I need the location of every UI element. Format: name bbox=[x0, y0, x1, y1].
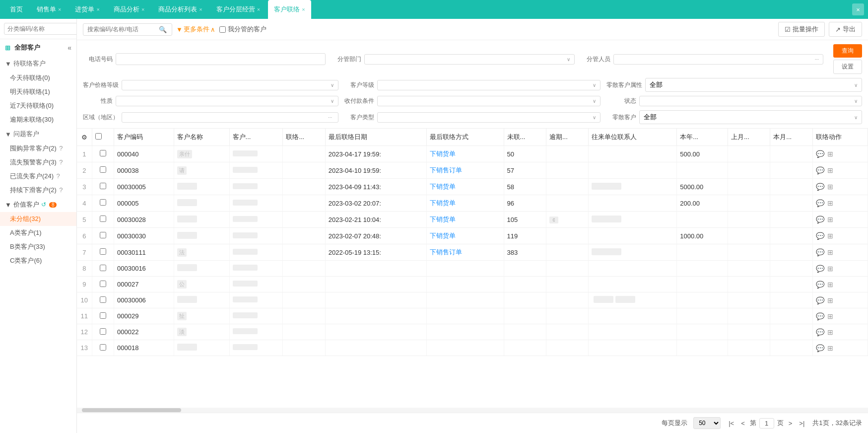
apps-icon[interactable]: ⊞ bbox=[827, 344, 833, 352]
last-type-link[interactable]: 下销售订单 bbox=[430, 166, 462, 174]
scrollbar-thumb[interactable] bbox=[82, 408, 181, 412]
window-close-button[interactable]: × bbox=[852, 3, 864, 15]
sidebar-problem-group[interactable]: ▼ 问题客户 bbox=[0, 127, 76, 142]
sidebar-item-churned[interactable]: 已流失客户(24) ? bbox=[0, 169, 76, 183]
apps-icon[interactable]: ⊞ bbox=[827, 265, 833, 273]
sidebar-item-type-b[interactable]: B类客户(33) bbox=[0, 240, 76, 254]
first-page-button[interactable]: |< bbox=[727, 419, 736, 428]
nature-select[interactable]: ∨ bbox=[116, 96, 338, 106]
sidebar-item-tomorrow-pending[interactable]: 明天待联络(1) bbox=[0, 85, 76, 99]
sidebar-item-type-c[interactable]: C类客户(6) bbox=[0, 254, 76, 268]
chat-icon[interactable]: 💬 bbox=[816, 232, 824, 240]
row-checkbox[interactable] bbox=[92, 292, 114, 308]
col-settings[interactable]: ⚙ bbox=[77, 129, 92, 146]
chat-icon[interactable]: 💬 bbox=[816, 265, 824, 273]
my-customers-checkbox-label[interactable]: 我分管的客户 bbox=[219, 25, 267, 34]
apps-icon[interactable]: ⊞ bbox=[827, 312, 833, 320]
sidebar-item-today-pending[interactable]: 今天待联络(0) bbox=[0, 71, 76, 85]
row-checkbox[interactable] bbox=[92, 308, 114, 324]
staff-select[interactable]: ··· bbox=[613, 54, 823, 65]
last-type-link[interactable]: 下销货单 bbox=[430, 232, 456, 239]
nav-tab-home[interactable]: 首页 bbox=[4, 0, 29, 19]
refresh-icon[interactable]: ↺ bbox=[41, 201, 46, 208]
reset-button[interactable]: 设置 bbox=[833, 60, 862, 74]
last-type-link[interactable]: 下销货单 bbox=[430, 216, 456, 223]
horizontal-scrollbar[interactable] bbox=[77, 408, 868, 413]
apps-icon[interactable]: ⊞ bbox=[827, 183, 833, 191]
last-type-link[interactable]: 下销货单 bbox=[430, 199, 456, 207]
export-button[interactable]: ↗ 导出 bbox=[829, 22, 862, 37]
col-this-month[interactable]: 本月... bbox=[770, 129, 812, 146]
query-button[interactable]: 查询 bbox=[833, 44, 862, 58]
close-icon[interactable]: × bbox=[96, 6, 99, 12]
col-year-amt[interactable]: 本年... bbox=[677, 129, 728, 146]
col-overdue[interactable]: 逾期... bbox=[546, 129, 588, 146]
last-page-button[interactable]: >| bbox=[797, 419, 806, 428]
row-checkbox[interactable] bbox=[92, 244, 114, 261]
sidebar-item-overdue-pending[interactable]: 逾期未联络(30) bbox=[0, 113, 76, 127]
sidebar-item-churn-warning[interactable]: 流失预警客户(3) ? bbox=[0, 155, 76, 169]
my-customers-checkbox[interactable] bbox=[219, 26, 226, 33]
apps-icon[interactable]: ⊞ bbox=[827, 216, 833, 223]
close-icon[interactable]: × bbox=[58, 6, 61, 12]
phone-input[interactable] bbox=[116, 53, 326, 65]
retail-attr-select[interactable]: 全部 ∨ bbox=[645, 78, 862, 92]
sidebar-item-ungroup[interactable]: 未分组(32) bbox=[0, 212, 76, 226]
col-name[interactable]: 客户名称 bbox=[174, 129, 229, 146]
col-last-month[interactable]: 上月... bbox=[728, 129, 770, 146]
sidebar-value-group[interactable]: ▼ 价值客户 ↺ 8 bbox=[0, 197, 76, 212]
dept-select[interactable]: ∨ bbox=[364, 54, 574, 65]
col-last-date[interactable]: 最后联络日期 bbox=[325, 129, 426, 146]
sidebar-item-abnormal[interactable]: 囤购异常客户(2) ? bbox=[0, 142, 76, 155]
row-checkbox[interactable] bbox=[92, 277, 114, 292]
per-page-select[interactable]: 50 100 bbox=[693, 417, 721, 429]
collapse-icon[interactable]: « bbox=[67, 44, 71, 52]
col-contact[interactable]: 联络... bbox=[283, 129, 325, 146]
apps-icon[interactable]: ⊞ bbox=[827, 199, 833, 207]
customer-level-select[interactable]: ∨ bbox=[377, 80, 600, 90]
search-submit-icon[interactable]: 🔍 bbox=[159, 26, 167, 33]
row-checkbox[interactable] bbox=[92, 324, 114, 340]
row-checkbox[interactable] bbox=[92, 212, 114, 228]
search-input[interactable] bbox=[87, 26, 157, 33]
sidebar-pending-group[interactable]: ▼ 待联络客户 bbox=[0, 56, 76, 71]
row-checkbox[interactable] bbox=[92, 340, 114, 356]
close-icon[interactable]: × bbox=[141, 6, 144, 12]
col-code[interactable]: 客户编码 bbox=[114, 129, 174, 146]
sidebar-search-input[interactable] bbox=[4, 23, 77, 35]
nav-tab-product-analysis[interactable]: 商品分析 × bbox=[108, 0, 150, 19]
close-icon[interactable]: × bbox=[257, 6, 260, 12]
nav-tab-product-list[interactable]: 商品分析列表 × bbox=[152, 0, 208, 19]
chat-icon[interactable]: 💬 bbox=[816, 248, 824, 256]
chat-icon[interactable]: 💬 bbox=[816, 312, 824, 320]
apps-icon[interactable]: ⊞ bbox=[827, 166, 833, 174]
prev-page-button[interactable]: < bbox=[739, 419, 747, 428]
last-type-link[interactable]: 下销货单 bbox=[430, 150, 456, 157]
next-page-button[interactable]: > bbox=[787, 419, 795, 428]
row-checkbox[interactable] bbox=[92, 162, 114, 179]
settings-icon[interactable]: ⚙ bbox=[81, 134, 87, 141]
area-select[interactable]: ··· bbox=[122, 112, 338, 123]
col-contacts[interactable]: 往来单位联系人 bbox=[589, 129, 677, 146]
chat-icon[interactable]: 💬 bbox=[816, 328, 824, 336]
apps-icon[interactable]: ⊞ bbox=[827, 232, 833, 240]
apps-icon[interactable]: ⊞ bbox=[827, 150, 833, 158]
chat-icon[interactable]: 💬 bbox=[816, 150, 824, 158]
last-type-link[interactable]: 下销货单 bbox=[430, 183, 456, 190]
nav-tab-sales[interactable]: 销售单 × bbox=[31, 0, 67, 19]
row-checkbox[interactable] bbox=[92, 228, 114, 244]
status-select[interactable]: ∨ bbox=[639, 96, 862, 106]
more-conditions-button[interactable]: ▼ 更多条件 ∧ bbox=[176, 25, 215, 34]
customer-type-select[interactable]: ∨ bbox=[377, 112, 600, 123]
chat-icon[interactable]: 💬 bbox=[816, 296, 824, 304]
chat-icon[interactable]: 💬 bbox=[816, 199, 824, 207]
batch-ops-button[interactable]: ☑ 批量操作 bbox=[778, 22, 825, 37]
row-checkbox[interactable] bbox=[92, 261, 114, 277]
sidebar-item-type-a[interactable]: A类客户(1) bbox=[0, 226, 76, 240]
chat-icon[interactable]: 💬 bbox=[816, 183, 824, 191]
apps-icon[interactable]: ⊞ bbox=[827, 281, 833, 289]
price-level-select[interactable]: ∨ bbox=[122, 80, 338, 90]
apps-icon[interactable]: ⊞ bbox=[827, 328, 833, 336]
sidebar-all-customers[interactable]: ⊞ 全部客户 « bbox=[0, 39, 76, 56]
row-checkbox[interactable] bbox=[92, 179, 114, 195]
